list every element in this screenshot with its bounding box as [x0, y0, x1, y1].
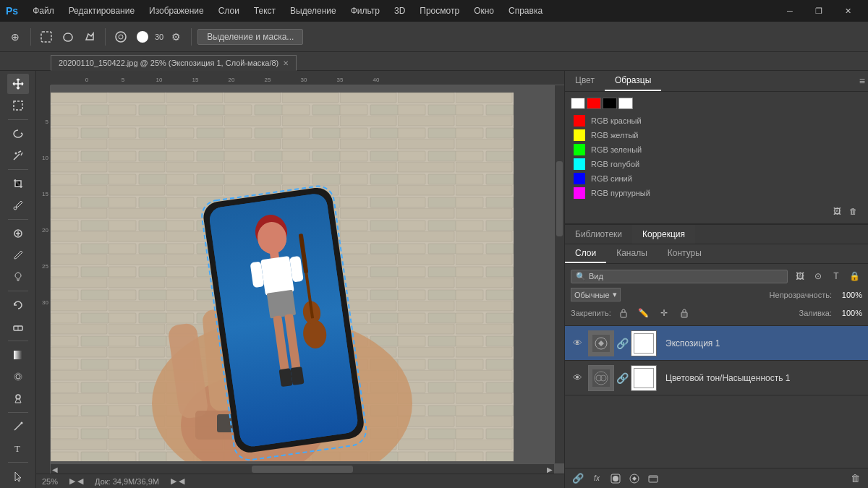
layer-link-btn[interactable]: 🔗	[571, 471, 585, 486]
scroll-left-arrow[interactable]: ◀	[52, 465, 58, 473]
close-button[interactable]: ✕	[833, 0, 862, 22]
blend-mode-dropdown[interactable]: Обычные ▾	[571, 288, 621, 301]
lock-all-btn[interactable]	[676, 305, 692, 321]
lock-transparent-btn[interactable]	[616, 305, 631, 321]
tab-close-button[interactable]: ✕	[283, 59, 289, 67]
tool-wand[interactable]	[7, 145, 29, 166]
selection-tool-btn[interactable]	[37, 27, 56, 46]
menu-text[interactable]: Текст	[248, 4, 281, 17]
layer-type-icon[interactable]: T	[828, 268, 844, 284]
swatch-add-icon[interactable]: 🖼	[830, 205, 843, 218]
swatch-magenta-label: RGB пурпурный	[591, 189, 650, 197]
tab-libraries[interactable]: Библиотеки	[565, 225, 632, 244]
opacity-value[interactable]: 100%	[835, 291, 862, 299]
layer-new-icon[interactable]: 🖼	[792, 268, 808, 284]
menu-file[interactable]: Файл	[27, 4, 60, 17]
layer-adj-icon[interactable]: ⊙	[810, 268, 826, 284]
menu-help[interactable]: Справка	[503, 4, 548, 17]
tool-eraser[interactable]	[7, 317, 29, 337]
scroll-right-arrow[interactable]: ▶	[547, 465, 553, 473]
titlebar: Ps Файл Редактирование Изображение Слои …	[0, 0, 868, 22]
layer-group-btn[interactable]	[646, 471, 660, 486]
gear-icon[interactable]: ⚙	[166, 27, 185, 46]
layer-lock-icon[interactable]: 🔒	[846, 268, 862, 284]
ruler-mark-v: 20	[42, 227, 48, 234]
tab-layers[interactable]: Слои	[565, 244, 606, 263]
tab-correction[interactable]: Коррекция	[632, 225, 695, 244]
tool-selection-cursor[interactable]	[7, 466, 29, 487]
tool-dodge[interactable]	[7, 388, 29, 408]
document-tab[interactable]: 20200110_150422.jpg @ 25% (Экспозиция 1,…	[51, 55, 297, 71]
lasso-tool-btn[interactable]	[59, 27, 77, 46]
layer-search-area[interactable]: 🔍 Вид	[571, 270, 788, 283]
swatch-yellow-square	[574, 129, 585, 141]
tab-swatches[interactable]: Образцы	[605, 71, 661, 91]
swatch-black[interactable]	[603, 98, 617, 109]
tab-channels[interactable]: Каналы	[606, 244, 658, 263]
tool-marquee[interactable]	[7, 95, 29, 116]
menu-view[interactable]: Просмотр	[414, 4, 465, 17]
swatch-white2[interactable]	[618, 98, 633, 109]
layer-icons: 🖼 ⊙ T 🔒	[792, 268, 862, 284]
tool-eyedropper[interactable]	[7, 195, 29, 215]
layer-mask-btn[interactable]	[608, 471, 623, 486]
tab-color[interactable]: Цвет	[565, 71, 605, 91]
tool-crop[interactable]	[7, 174, 29, 194]
swatch-rgb-red[interactable]: RGB красный	[571, 114, 862, 128]
move-tool-btn[interactable]: ⊕	[6, 27, 25, 46]
tool-lasso[interactable]	[7, 124, 29, 144]
layer-chain-huesat: 🔗	[616, 372, 629, 384]
layer-adj-btn[interactable]	[627, 471, 642, 486]
vertical-scrollbar[interactable]	[554, 85, 564, 463]
swatch-red[interactable]	[587, 98, 601, 109]
tool-move[interactable]	[7, 74, 29, 94]
layer-visibility-exposure[interactable]: 👁	[571, 337, 584, 350]
polygonal-lasso-btn[interactable]	[80, 27, 99, 46]
swatch-rgb-green[interactable]: RGB зеленый	[571, 142, 862, 157]
swatch-rgb-blue[interactable]: RGB синий	[571, 171, 862, 186]
tool-brush[interactable]	[7, 245, 29, 265]
canvas-wrapper[interactable]	[51, 85, 554, 463]
menu-select[interactable]: Выделение	[284, 4, 342, 17]
select-mask-button[interactable]: Выделение и маска...	[197, 29, 303, 45]
brush-settings-icon[interactable]	[111, 27, 130, 46]
swatch-rgb-yellow[interactable]: RGB желтый	[571, 128, 862, 142]
brush-tool-btn[interactable]	[133, 27, 152, 46]
horizontal-scrollbar[interactable]: ◀ ▶	[51, 463, 554, 474]
tab-paths[interactable]: Контуры	[658, 244, 712, 263]
layer-row-exposure[interactable]: 👁 🔗 Экспозиция 1	[565, 326, 868, 361]
tool-separator-5	[8, 341, 28, 341]
layer-fx-btn[interactable]: fx	[590, 471, 604, 486]
menu-image[interactable]: Изображение	[143, 4, 210, 17]
swatch-white[interactable]	[571, 98, 585, 109]
tool-stamp[interactable]	[7, 267, 29, 287]
tool-type[interactable]: T	[7, 438, 29, 458]
tool-gradient[interactable]	[7, 345, 29, 365]
swatch-rgb-cyan[interactable]: RGB голубой	[571, 157, 862, 171]
menu-3d[interactable]: 3D	[388, 4, 411, 17]
menu-edit[interactable]: Редактирование	[63, 4, 140, 17]
fill-value[interactable]: 100%	[835, 309, 862, 317]
menu-window[interactable]: Окно	[468, 4, 500, 17]
layers-bottombar: 🔗 fx 🗑	[565, 468, 868, 488]
tool-blur[interactable]	[7, 367, 29, 387]
menu-layers[interactable]: Слои	[213, 4, 245, 17]
lock-pixels-btn[interactable]: ✏️	[636, 305, 652, 321]
fill-label: Заливка:	[799, 309, 832, 317]
layer-row-huesat[interactable]: 👁 🔗 Цветовой тон/Насыщенность 1	[565, 361, 868, 395]
lock-pos-btn[interactable]: ✛	[656, 305, 672, 321]
maximize-button[interactable]: ❐	[804, 0, 833, 22]
ruler-left: 5 10 15 20 25 30	[36, 85, 51, 474]
tool-pen[interactable]	[7, 416, 29, 437]
tool-heal[interactable]	[7, 223, 29, 244]
tool-history[interactable]	[7, 295, 29, 315]
swatch-delete-icon[interactable]: 🗑	[846, 205, 859, 218]
layer-visibility-huesat[interactable]: 👁	[571, 372, 584, 385]
minimize-button[interactable]: ─	[775, 0, 804, 22]
swatch-rgb-magenta[interactable]: RGB пурпурный	[571, 186, 862, 200]
ruler-mark: 20	[229, 77, 235, 83]
layer-delete-btn[interactable]: 🗑	[848, 471, 862, 486]
panel-collapse-icon[interactable]: ≡	[859, 75, 865, 87]
layer-search-label: Вид	[589, 272, 603, 281]
menu-filter[interactable]: Фильтр	[345, 4, 386, 17]
